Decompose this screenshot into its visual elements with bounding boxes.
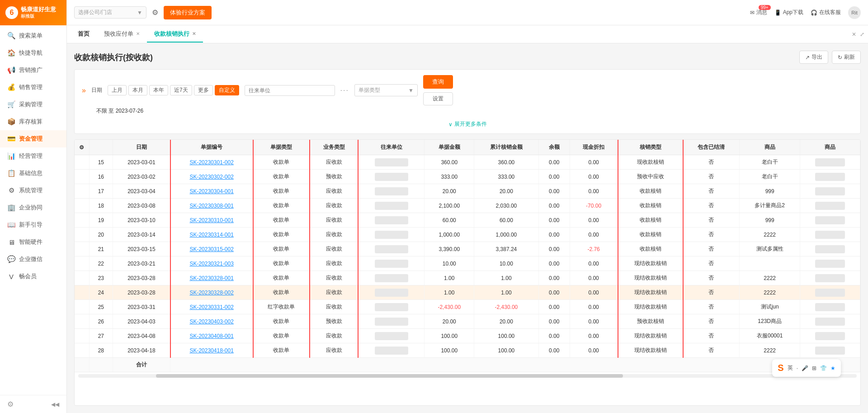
doc-no-link[interactable]: SK-20230328-001 (189, 275, 233, 281)
cell-balance: 0.00 (538, 314, 570, 329)
table-scrollbar[interactable] (78, 374, 857, 378)
cell-settings (75, 242, 89, 256)
mic-icon[interactable]: 🎤 (802, 365, 808, 371)
cell-writeoff-type: 现结收款核销 (618, 343, 683, 358)
date-btn-this-year[interactable]: 本年 (149, 85, 168, 95)
search-icon: 🔍 (7, 32, 15, 40)
doc-no-link[interactable]: SK-20230408-001 (189, 333, 233, 339)
doc-no-link[interactable]: SK-20230304-001 (189, 188, 233, 195)
sidebar-item-operations[interactable]: 📊经营管理 (0, 147, 66, 165)
cell-product: 2222 (739, 343, 800, 358)
star-icon[interactable]: ★ (830, 365, 835, 371)
sidebar-item-enterprise[interactable]: 🏢企业协同 (0, 199, 66, 216)
cell-include-settled: 否 (683, 285, 740, 300)
cell-biz-type: 应收款 (310, 343, 358, 358)
sidebar-item-finance[interactable]: 💳资金管理 (0, 130, 66, 147)
refresh-button[interactable]: ↻ 刷新 (832, 51, 861, 64)
doc-no-link[interactable]: SK-20230301-002 (189, 159, 233, 166)
sidebar-item-quicknav[interactable]: 🏠快捷导航 (0, 44, 66, 62)
cell-doc-no: SK-20230408-001 (170, 329, 253, 343)
date-btn-custom[interactable]: 自定义 (215, 85, 239, 95)
cell-no: 15 (89, 155, 113, 170)
doc-no-link[interactable]: SK-20230328-002 (189, 290, 233, 296)
sidebar-item-system[interactable]: ⚙系统管理 (0, 182, 66, 199)
expand-arrows-icon[interactable]: » (82, 86, 86, 95)
english-icon[interactable]: 英 (788, 364, 793, 372)
tab-collection[interactable]: 收款核销执行 ✕ (147, 26, 203, 43)
sidebar-item-sales[interactable]: 💰销售管理 (0, 79, 66, 96)
doc-no-link[interactable]: SK-20230314-001 (189, 232, 233, 238)
cell-include-settled: 否 (683, 329, 740, 343)
online-service-button[interactable]: 🎧 在线客服 (811, 9, 841, 16)
sidebar-item-vip[interactable]: V畅会员 (0, 268, 66, 285)
table-row: 16 2023-03-02 SK-20230302-002 收款单 预收款 ██… (75, 170, 860, 184)
doc-no-link[interactable]: SK-20230310-001 (189, 217, 233, 223)
query-button[interactable]: 查询 (423, 75, 453, 89)
table-row: 18 2023-03-08 SK-20230308-001 收款单 应收款 ██… (75, 199, 860, 213)
date-btn-last-month[interactable]: 上月 (108, 85, 127, 95)
sidebar-item-inventory[interactable]: 📦库存核算 (0, 113, 66, 130)
topbar-gear-icon[interactable]: ⚙ (152, 8, 158, 17)
cell-no: 23 (89, 271, 113, 285)
tab-prepay-close[interactable]: ✕ (136, 31, 140, 36)
tab-close-all-icon[interactable]: ✕ (852, 31, 856, 38)
sidebar-item-guide[interactable]: 📖新手引导 (0, 216, 66, 233)
expand-more-btn[interactable]: ∨ 展开更多条件 (448, 120, 487, 128)
tab-prepay[interactable]: 预收应付单 ✕ (97, 26, 147, 43)
sidebar-item-label-search: 搜索菜单 (19, 32, 42, 40)
grid-icon[interactable]: ⊞ (812, 365, 816, 371)
quicknav-icon: 🏠 (7, 49, 15, 57)
sidebar-item-hardware[interactable]: 🖥智能硬件 (0, 233, 66, 251)
sidebar-item-purchase[interactable]: 🛒采购管理 (0, 96, 66, 113)
tab-collection-label: 收款核销执行 (154, 30, 189, 38)
export-label: 导出 (811, 53, 822, 61)
export-button[interactable]: ↗ 导出 (799, 51, 828, 64)
cell-settings (75, 256, 89, 271)
sidebar-item-marketing[interactable]: 📢营销推广 (0, 62, 66, 79)
message-button[interactable]: ✉ 消息 99+ (750, 9, 767, 16)
cell-cash-discount: 0.00 (570, 228, 618, 242)
cell-balance: 0.00 (538, 199, 570, 213)
date-btn-this-month[interactable]: 本月 (128, 85, 147, 95)
page-header: 收款核销执行(按收款) ↗ 导出 ↻ 刷新 (74, 51, 861, 64)
settings-icon[interactable]: ⚙ (7, 400, 14, 408)
app-download-button[interactable]: 📱 App下载 (774, 9, 803, 16)
setting-button[interactable]: 设置 (423, 92, 453, 105)
tab-expand-icon[interactable]: ⤢ (860, 31, 864, 38)
receipt-type-select[interactable]: 单据类型 ▼ (354, 84, 418, 96)
doc-no-link[interactable]: SK-20230418-001 (189, 347, 233, 354)
solution-button[interactable]: 体验行业方案 (164, 6, 212, 19)
doc-no-link[interactable]: SK-20230403-002 (189, 318, 233, 325)
doc-no-link[interactable]: SK-20230315-002 (189, 246, 233, 252)
table-row: 27 2023-04-08 SK-20230408-001 收款单 应收款 ██… (75, 329, 860, 343)
doc-no-link[interactable]: SK-20230321-003 (189, 261, 233, 267)
collapse-icon[interactable]: ◀◀ (51, 401, 59, 408)
cell-settings (75, 213, 89, 228)
company-select[interactable]: 选择公司/门店 ▼ (74, 6, 146, 19)
tab-collection-close[interactable]: ✕ (192, 31, 196, 36)
doc-no-link[interactable]: SK-20230331-002 (189, 304, 233, 310)
cell-partner: ████ (358, 155, 424, 170)
cell-date: 2023-03-01 (113, 155, 170, 170)
col-writeoff-type: 核销类型 (618, 140, 683, 155)
date-btn-7days[interactable]: 近7天 (170, 85, 192, 95)
enterprise-icon: 🏢 (7, 204, 15, 212)
date-btn-more[interactable]: 更多 (194, 85, 213, 95)
doc-no-link[interactable]: SK-20230308-001 (189, 203, 233, 209)
partner-filter-input[interactable] (245, 85, 335, 96)
export-icon: ↗ (805, 54, 810, 61)
sidebar-item-basic[interactable]: 📋基础信息 (0, 165, 66, 182)
col-settings[interactable]: ⚙ (75, 140, 89, 155)
sidebar-item-wechat[interactable]: 💬企业微信 (0, 251, 66, 268)
sidebar-item-search[interactable]: 🔍搜索菜单 (0, 27, 66, 44)
cell-product2: ███ (800, 213, 860, 228)
doc-no-link[interactable]: SK-20230302-002 (189, 174, 233, 180)
cell-writeoff-type: 收款核销 (618, 199, 683, 213)
tab-home[interactable]: 首页 (71, 26, 97, 43)
footer-empty2 (170, 358, 860, 372)
cell-no: 16 (89, 170, 113, 184)
shirt-icon[interactable]: 👕 (820, 365, 827, 371)
cell-settings (75, 285, 89, 300)
user-avatar[interactable]: Rit (848, 6, 861, 19)
company-select-text: 选择公司/门店 (78, 9, 135, 16)
